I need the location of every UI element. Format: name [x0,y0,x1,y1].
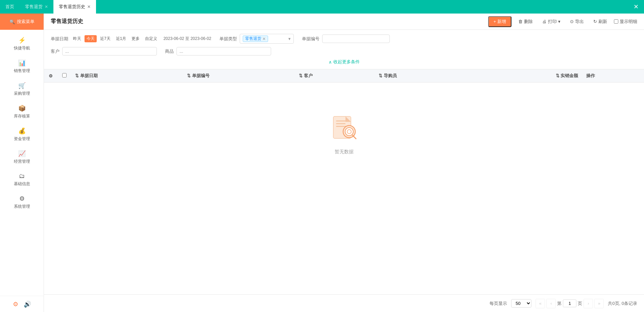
customer-input[interactable] [62,47,157,55]
last-page-button[interactable]: » [594,299,604,308]
next-page-button[interactable]: › [583,299,593,308]
print-chevron-icon: ▾ [558,19,560,24]
tab-home[interactable]: 首页 [0,0,20,14]
bill-type-chevron-icon: ▾ [288,36,291,41]
bill-type-tag-remove[interactable]: ✕ [262,37,266,41]
sidebar: 🔍 搜索菜单 ⚡ 快捷导航 📊 销售管理 🛒 采购管理 📦 库存核算 💰 [0,14,44,312]
date-more[interactable]: 更多 [129,35,142,42]
delete-button[interactable]: 🗑 删除 [516,17,535,26]
date-7days[interactable]: 近7天 [98,35,113,42]
first-page-button[interactable]: « [535,299,545,308]
col-customer: ⇅ 客户 [295,69,375,83]
filter-collapse: ∧ 收起更多条件 [51,59,637,65]
svg-rect-2 [336,123,345,124]
collapse-icon: ∧ [329,60,332,65]
print-label: 打印 [548,19,557,25]
sidebar-footer: ⚙ 🔊 [0,296,44,312]
sales-icon: 📊 [18,59,26,67]
sidebar-item-finance[interactable]: 💰 资金管理 [0,123,44,146]
refresh-label: 刷新 [598,19,607,25]
sidebar-settings-button[interactable]: ⚙ [13,300,18,308]
per-page-label: 每页显示 [490,300,507,307]
col-amount: ⇅ 实销金额 [470,69,582,83]
date-today[interactable]: 今天 [85,35,97,42]
col-number-label: ⇅ 单据编号 [187,73,210,78]
tab-retail-return[interactable]: 零售退货 ✕ [20,0,53,14]
col-customer-label: ⇅ 客户 [299,73,313,78]
pagination: 每页显示 20 50 100 « ‹ 第 1 页 › » 共0页, 0条记录 [44,294,644,312]
search-icon: 🔍 [9,19,15,24]
inventory-icon: 📦 [18,105,26,112]
sidebar-search-label: 搜索菜单 [17,19,34,25]
sidebar-item-basic-info-label: 基础信息 [14,181,30,187]
date-yesterday[interactable]: 昨天 [71,35,83,42]
prev-page-button[interactable]: ‹ [546,299,556,308]
data-table: ⚙ ⇅ 单据日期 ⇅ 单据编号 ⇅ 客户 [44,69,644,182]
tab-retail-return-history-close[interactable]: ✕ [87,4,91,9]
basic-info-icon: 🗂 [19,173,25,180]
tab-retail-return-close[interactable]: ✕ [45,4,48,9]
goods-filter: 商品 [165,47,271,55]
refresh-button[interactable]: ↻ 刷新 [591,17,610,26]
sidebar-item-purchase[interactable]: 🛒 采购管理 [0,78,44,101]
svg-point-5 [345,128,353,136]
print-button[interactable]: 🖨 打印 ▾ [540,17,563,26]
date-1month[interactable]: 近1月 [114,35,128,42]
goods-input[interactable] [176,47,271,55]
empty-state: 暂无数据 [44,83,644,182]
sidebar-item-basic-info[interactable]: 🗂 基础信息 [0,169,44,191]
sidebar-volume-button[interactable]: 🔊 [24,300,31,308]
col-amount-label: ⇅ 实销金额 [556,73,578,78]
col-checkbox [57,69,71,83]
col-actions: 操作 [582,69,644,83]
show-detail-toggle[interactable]: 显示明细 [614,19,637,25]
sidebar-search[interactable]: 🔍 搜索菜单 [0,14,44,30]
bill-type-tag-value: 零售退货 [245,36,261,42]
date-filter: 单据日期 昨天 今天 近7天 近1月 更多 自定义 2023-06-02 至 2… [51,35,211,42]
sidebar-item-sales[interactable]: 📊 销售管理 [0,55,44,78]
empty-illustration [327,110,361,143]
finance-icon: 💰 [18,127,26,135]
collapse-button[interactable]: ∧ 收起更多条件 [329,59,360,65]
purchase-icon: 🛒 [18,82,26,89]
page-actions: + 新增 🗑 删除 🖨 打印 ▾ ⊙ 导出 ↻ 刷新 [488,16,637,27]
filter-area: 单据日期 昨天 今天 近7天 近1月 更多 自定义 2023-06-02 至 2… [44,30,644,69]
sidebar-nav: ⚡ 快捷导航 📊 销售管理 🛒 采购管理 📦 库存核算 💰 资金管理 📈 [0,30,44,296]
tab-retail-return-history[interactable]: 零售退货历史 ✕ [53,0,96,14]
page-title: 零售退货历史 [51,18,83,25]
window-close-button[interactable]: ✕ [634,3,639,10]
quicknav-icon: ⚡ [18,37,26,44]
sidebar-item-operations[interactable]: 📈 经营管理 [0,146,44,169]
sidebar-item-system[interactable]: ⚙ 系统管理 [0,191,44,214]
new-button[interactable]: + 新增 [488,16,511,27]
top-bar-right: ✕ [634,3,644,10]
tab-home-label: 首页 [5,4,14,10]
content-area: 零售退货历史 + 新增 🗑 删除 🖨 打印 ▾ ⊙ 导出 ↻ [44,14,644,312]
collapse-label: 收起更多条件 [333,59,360,65]
sidebar-item-inventory[interactable]: 📦 库存核算 [0,101,44,123]
export-label: 导出 [575,19,584,25]
bill-type-label: 单据类型 [219,36,237,42]
refresh-icon: ↻ [593,19,597,24]
svg-line-6 [353,135,356,139]
per-page-select[interactable]: 20 50 100 [511,299,531,308]
bill-number-label: 单据编号 [302,36,319,42]
sidebar-item-quicknav[interactable]: ⚡ 快捷导航 [0,32,44,55]
date-custom[interactable]: 自定义 [143,35,159,42]
show-detail-checkbox[interactable] [614,19,618,24]
tab-list: 首页 零售退货 ✕ 零售退货历史 ✕ [0,0,634,14]
bill-number-input[interactable] [322,35,390,43]
select-all-checkbox[interactable] [62,73,67,77]
delete-icon: 🗑 [518,19,523,24]
empty-text: 暂无数据 [335,149,354,155]
col-salesperson: ⇅ 导购员 [375,69,470,83]
bill-type-select[interactable]: 零售退货 ✕ ▾ [240,34,294,44]
tab-retail-return-history-label: 零售退货历史 [59,4,85,10]
page-header: 零售退货历史 + 新增 🗑 删除 🖨 打印 ▾ ⊙ 导出 ↻ [44,14,644,30]
export-button[interactable]: ⊙ 导出 [567,17,587,26]
col-date: ⇅ 单据日期 [71,69,183,83]
page-number-input[interactable]: 1 [563,299,576,307]
sidebar-item-purchase-label: 采购管理 [14,91,30,96]
column-settings-icon[interactable]: ⚙ [49,73,53,79]
date-range-display: 2023-06-02 至 2023-06-02 [163,36,211,42]
